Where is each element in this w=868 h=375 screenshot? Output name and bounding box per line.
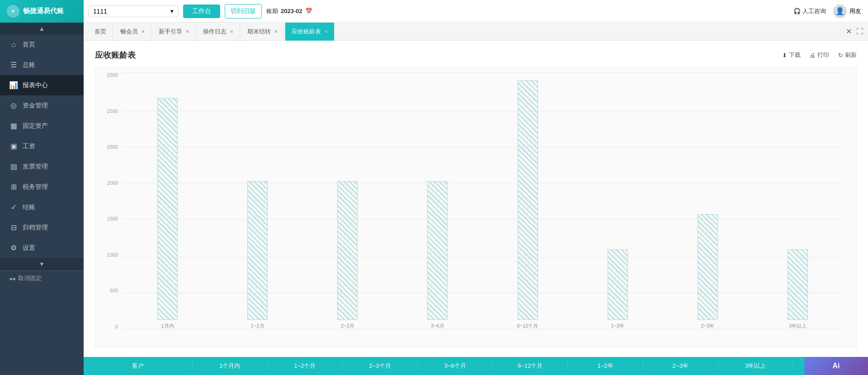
bar-label-3yplus: 3年以上 [789,323,807,329]
checkout-icon: ✓ [9,203,18,211]
sidebar-label-invoice: 发票管理 [23,163,48,171]
calendar-icon[interactable]: 📅 [305,8,312,14]
y-label-1500: 1500 [95,216,118,221]
top-header: ✦ 畅捷通易代账 1111 ▾ 工作台 切到旧版 账期 2023-02 📅 🎧 … [0,0,868,23]
sidebar-label-archive: 归档管理 [23,224,48,232]
bar-label-1-2m: 1~2月 [251,323,264,329]
bar-label-1-2y: 1~2年 [611,323,624,329]
finance-icon: ◎ [9,101,18,110]
sidebar-item-checkout[interactable]: ✓ 结账 [0,197,84,217]
bar-2-3y [698,214,718,320]
tab-aging-close[interactable]: × [325,28,328,35]
period-label: 账期 2023-02 📅 [266,7,312,15]
y-label-2000: 2000 [95,181,118,186]
sidebar-item-finance[interactable]: ◎ 资金管理 [0,95,84,116]
headset-icon: 🎧 [793,8,801,14]
sidebar-item-invoice[interactable]: ▤ 发票管理 [0,156,84,177]
th-1-2m: 1~2个月 [268,362,343,370]
tab-period[interactable]: 期末结转 × [241,23,284,41]
tab-member[interactable]: 畅会员 × [114,23,151,41]
company-name: 1111 [93,8,167,15]
y-label-500: 500 [95,288,118,293]
tab-home[interactable]: 首页 [88,23,113,41]
maximize-button[interactable]: ⛶ [856,28,863,36]
invoice-icon: ▤ [9,162,18,171]
sidebar-label-tax: 税务管理 [23,183,48,191]
th-3yplus: 3年以上 [718,362,793,370]
table-header: 客户 1个月内 1~2个月 2~3个月 3~6个月 6~12个月 1~2年 2~… [84,357,868,375]
sidebar-item-home[interactable]: ⌂ 首页 [0,35,84,55]
tab-member-close[interactable]: × [142,28,145,35]
bar-1-2y [608,249,628,320]
ai-badge[interactable]: Ai [804,357,868,375]
print-button[interactable]: 🖨 打印 [810,51,829,59]
sidebar-item-assets[interactable]: ▦ 固定资产 [0,116,84,136]
sidebar-item-payroll[interactable]: ▣ 工资 [0,136,84,156]
th-2-3y: 2~3年 [643,362,718,370]
close-all-tabs-button[interactable]: ✕ [846,27,852,36]
bar-label-2-3y: 2~3年 [701,323,714,329]
company-selector[interactable]: 1111 ▾ [88,5,179,17]
user-area[interactable]: 👤 用友 [833,5,861,18]
tab-guide[interactable]: 新手引导 × [152,23,196,41]
content-area: 首页 畅会员 × 新手引导 × 操作日志 × 期末结转 × 应收账龄表 × [84,23,868,375]
bar-group-1m: 1月内 [123,77,212,329]
th-customer: 客户 [84,362,193,370]
tab-member-label: 畅会员 [120,28,138,36]
refresh-button[interactable]: ↻ 刷新 [838,51,857,59]
download-button[interactable]: ⬇ 下载 [782,51,801,59]
username: 用友 [849,7,861,15]
bar-group-6-12m: 6~12个月 [483,77,573,329]
bar-3-6m [427,181,448,320]
grid-line-7 [123,72,843,73]
sidebar-scroll-down[interactable]: ▼ [0,258,84,270]
th-6-12m: 6~12个月 [493,362,568,370]
bar-label-2-3m: 2~3月 [341,323,354,329]
tab-guide-close[interactable]: × [186,28,189,35]
page-actions: ⬇ 下载 🖨 打印 ↻ 刷新 [782,51,857,59]
th-1m: 1个月内 [193,362,268,370]
switch-version-button[interactable]: 切到旧版 [225,4,262,19]
tabs-actions: ✕ ⛶ [846,27,863,36]
sidebar-label-checkout: 结账 [23,203,35,211]
page-title-bar: 应收账龄表 ⬇ 下载 🖨 打印 ↻ 刷新 [95,50,857,61]
tab-aging-label: 应收账龄表 [292,28,321,36]
sidebar-label-finance: 资金管理 [23,102,48,110]
sidebar-item-ledger[interactable]: ☰ 总账 [0,55,84,75]
sidebar-label-settings: 设置 [23,244,35,252]
sidebar-label-home: 首页 [23,41,35,49]
tab-period-label: 期末结转 [247,28,271,36]
y-label-2500b: 2500 [95,109,118,114]
tab-oplog-label: 操作日志 [203,28,226,36]
logo-area: ✦ 畅捷通易代账 [0,0,84,23]
chart-y-axis: 0 500 1000 1500 2000 2500 2500 2500 [95,68,123,329]
bar-1-2m [247,181,268,320]
sidebar-item-tax[interactable]: ⊞ 税务管理 [0,177,84,197]
consultation-button[interactable]: 🎧 人工咨询 [793,7,826,15]
tab-aging[interactable]: 应收账龄表 × [285,23,335,41]
tab-period-close[interactable]: × [274,28,278,35]
logo-icon: ✦ [7,5,19,18]
sidebar-item-reports[interactable]: 📊 报表中心 [0,75,84,95]
cancel-pin-button[interactable]: ◂◂ 取消固定 [0,270,84,286]
tab-oplog[interactable]: 操作日志 × [197,23,240,41]
payroll-icon: ▣ [9,142,18,150]
print-icon: 🖨 [810,52,816,59]
sidebar-item-settings[interactable]: ⚙ 设置 [0,238,84,258]
workbench-button[interactable]: 工作台 [183,5,220,18]
main-layout: ▲ ⌂ 首页 ☰ 总账 📊 报表中心 ◎ 资金管理 ▦ 固定资产 ▣ 工资 ▤ … [0,23,868,375]
assets-icon: ▦ [9,122,18,130]
sidebar-scroll-up[interactable]: ▲ [0,23,84,35]
th-2-3m: 2~3个月 [343,362,418,370]
settings-icon: ⚙ [9,244,18,252]
bar-group-2-3m: 2~3月 [302,77,392,329]
chart-container: 0 500 1000 1500 2000 2500 2500 2500 [95,68,857,348]
archive-icon: ⊟ [9,223,18,232]
tab-oplog-close[interactable]: × [230,28,233,35]
sidebar-item-archive[interactable]: ⊟ 归档管理 [0,217,84,238]
chevron-down-icon: ▾ [170,8,174,14]
bar-group-1-2m: 1~2月 [212,77,302,329]
bar-group-3yplus: 3年以上 [753,77,843,329]
bar-group-2-3y: 2~3年 [663,77,753,329]
bar-2-3m [337,181,358,320]
